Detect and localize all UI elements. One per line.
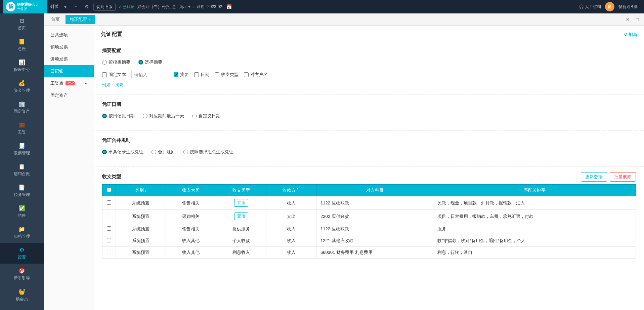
sidebar-item-home[interactable]: ⊞ 首页 [0, 13, 44, 34]
row-checkbox-cell[interactable] [102, 210, 116, 223]
date-checkbox[interactable]: 日期 [194, 72, 209, 78]
summary-radio-select[interactable]: 选择摘要 [138, 59, 162, 65]
row-checkbox[interactable] [107, 214, 111, 218]
merge-radio-summary[interactable]: 按照选择汇总生成凭证 [183, 149, 233, 155]
row-checkbox-cell[interactable] [102, 235, 116, 247]
summary-radio-template[interactable]: 按模板摘要 [102, 59, 130, 65]
merge-radio-merge-input[interactable] [152, 150, 156, 154]
left-nav-sales-invoice[interactable]: 销项发票 [44, 41, 94, 53]
sidebar-item-funds[interactable]: 💰 资金管理 [0, 76, 44, 97]
sidebar-item-settings[interactable]: ⚙ 设置 [0, 243, 44, 264]
row-checkbox[interactable] [107, 238, 111, 242]
assets-icon: 🏢 [18, 100, 26, 108]
th-checkbox[interactable] [102, 185, 116, 196]
row-subject: 2202 应付账款 [316, 210, 433, 223]
switch-version-button[interactable]: 切到旧版 [93, 3, 116, 11]
counterpart-name-checkbox-input[interactable] [244, 72, 249, 77]
dropdown-icon[interactable]: ▾ [61, 3, 69, 11]
window-close-button[interactable]: ✕ [625, 16, 631, 23]
top-tag-button[interactable]: 置顶 [234, 199, 248, 207]
settings-icon-sidebar: ⚙ [18, 246, 26, 254]
table-row: 系统预置 销售相关 置顶 收入 1122 应收账款 欠款，现金，项目款，到付款，… [102, 196, 636, 210]
row-checkbox-cell[interactable] [102, 196, 116, 210]
logo: 畅 测试 畅捷通好会计 专业版 [3, 0, 47, 13]
service-button[interactable]: 🎧 人工咨询 [579, 4, 601, 10]
tab-close-icon[interactable]: × [89, 17, 91, 22]
logo-icon: 畅 [6, 2, 15, 11]
sidebar-item-ledger[interactable]: 📒 总账 [0, 34, 44, 55]
th-category: 类别 ↕ [116, 185, 166, 196]
sidebar-item-archive[interactable]: 📁 归档管理 [0, 222, 44, 243]
row-checkbox[interactable] [107, 226, 111, 231]
date-radio-journal-input[interactable] [102, 114, 107, 118]
sidebar-item-label: 畅会员 [16, 296, 28, 302]
settings-icon[interactable]: ⚙ [83, 3, 91, 11]
summary-section-title: 摘要配置 [102, 48, 636, 54]
add-icon[interactable]: ＋ [72, 3, 80, 11]
sidebar-item-label: 进销台账 [14, 171, 30, 177]
date-checkbox-input[interactable] [194, 72, 199, 77]
batch-delete-button[interactable]: 批量删除 [610, 172, 636, 182]
window-maximize-button[interactable]: □ [634, 16, 641, 23]
left-nav-fixed-assets[interactable]: 固定资产 [44, 89, 94, 102]
merge-radio-merge[interactable]: 合并规则 [152, 149, 175, 155]
row-big-type: 销售相关 [166, 223, 216, 235]
select-all-checkbox[interactable] [107, 188, 111, 192]
table-toolbar: 更新数据 批量删除 [581, 172, 636, 182]
update-data-button[interactable]: 更新数据 [581, 172, 607, 182]
payment-type-checkbox-input[interactable] [215, 72, 219, 77]
th-direction: 收款方向 [266, 185, 316, 196]
date-radio-custom-input[interactable] [192, 114, 197, 118]
sidebar-item-label: 首页 [18, 25, 26, 31]
sidebar-item-assets[interactable]: 🏢 固定资产 [0, 97, 44, 118]
left-nav-payroll-table[interactable]: 工资表 NEW ▾ [44, 77, 94, 89]
merge-radio-single[interactable]: 单条记录生成凭证 [102, 149, 143, 155]
sidebar-item-payroll[interactable]: 💼 工资 [0, 118, 44, 139]
row-checkbox[interactable] [107, 200, 111, 205]
summary-checkbox-row: 固定文本 摘要 日期 收支类型 [102, 70, 636, 79]
date-radio-custom[interactable]: 自定义日期 [192, 113, 220, 119]
summary-checkbox-input[interactable] [174, 72, 178, 77]
counterpart-name-checkbox[interactable]: 对方户名 [244, 72, 268, 78]
date-radio-last-day-input[interactable] [143, 114, 147, 118]
row-big-type: 收入其他 [166, 235, 216, 247]
sidebar-item-purchase[interactable]: 📋 进销台账 [0, 159, 44, 180]
arrow-icon: ▾ [85, 81, 87, 86]
sidebar-item-invoice[interactable]: 🧾 发票管理 [0, 139, 44, 159]
sidebar-item-guide[interactable]: 🎯 新手引导 [0, 264, 44, 284]
home-icon: ⊞ [18, 17, 26, 24]
sidebar-item-report[interactable]: 📊 报表中心 [0, 55, 44, 76]
merge-radio-single-input[interactable] [102, 150, 107, 154]
row-checkbox[interactable] [107, 250, 111, 254]
left-nav-journal[interactable]: 日记账 [44, 65, 94, 77]
date-radio-last-day[interactable]: 对应期间最后一天 [143, 113, 184, 119]
row-checkbox-cell[interactable] [102, 247, 116, 259]
date-radio-journal[interactable]: 按日记账日期 [102, 113, 135, 119]
sidebar-item-close-accounts[interactable]: ✅ 结账 [0, 201, 44, 222]
top-bar: 畅 测试 畅捷通好会计 专业版 测试 ▾ ＋ ⚙ 切到旧版 ✔ 已认证 好会计（… [0, 0, 644, 13]
income-table: 类别 ↕ 收支大类 收支类型 收款方向 对方科目 匹配关键字 [102, 184, 636, 259]
row-direction: 收入 [266, 223, 316, 235]
close-accounts-icon: ✅ [18, 204, 26, 212]
purchase-icon: 📋 [18, 163, 26, 170]
refresh-button[interactable]: ↺ 刷新 [624, 32, 637, 38]
summary-radio-select-input[interactable] [138, 60, 143, 65]
sidebar-item-tax[interactable]: 📑 税务管理 [0, 180, 44, 201]
guide-icon: 🎯 [18, 267, 26, 274]
sort-icon[interactable]: ↕ [145, 189, 146, 192]
calendar-icon[interactable]: 📅 [225, 3, 233, 11]
left-nav-purchase-invoice[interactable]: 进项发票 [44, 53, 94, 65]
fixed-text-input[interactable] [131, 70, 168, 79]
top-tag-button[interactable]: 置顶 [234, 212, 248, 220]
sidebar-item-member[interactable]: 👑 畅会员 [0, 284, 44, 305]
summary-checkbox[interactable]: 摘要 [174, 72, 189, 78]
fixed-text-checkbox[interactable]: 固定文本 [102, 72, 126, 78]
row-checkbox-cell[interactable] [102, 223, 116, 235]
tab-voucher-config[interactable]: 凭证配置 × [66, 15, 95, 24]
tab-home[interactable]: 首页 [47, 15, 64, 24]
summary-radio-template-input[interactable] [102, 60, 107, 65]
payment-type-checkbox[interactable]: 收支类型 [215, 72, 239, 78]
fixed-text-checkbox-input[interactable] [102, 72, 107, 77]
left-nav-public[interactable]: 公共选项 [44, 29, 94, 41]
merge-radio-summary-input[interactable] [183, 150, 188, 154]
